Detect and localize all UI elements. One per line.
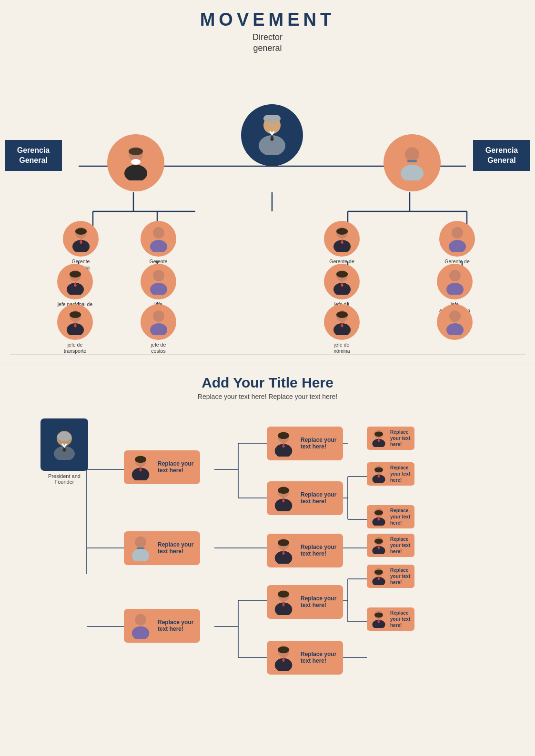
- m3c-card: Replace yourtext here!: [267, 641, 343, 675]
- s1c-card: Replaceyour texthere!: [367, 505, 414, 528]
- svg-point-28: [405, 147, 419, 161]
- l3-avatar: [128, 613, 154, 639]
- s2-label: Replaceyour texthere!: [390, 536, 410, 555]
- svg-point-122: [278, 646, 289, 653]
- subtitle: Director general: [5, 32, 530, 54]
- s3b-avatar: [370, 610, 388, 628]
- s3a-avatar: [370, 567, 388, 585]
- s1a-avatar: [370, 429, 388, 447]
- gerente-rrhh-avatar: [330, 226, 354, 252]
- gerente-logistica-circle: [63, 221, 99, 257]
- jefe-nomina-circle: [324, 304, 360, 340]
- s3a-label: Replaceyour texthere!: [390, 567, 410, 586]
- svg-point-97: [135, 456, 146, 463]
- svg-point-27: [131, 159, 141, 165]
- jefe-contable-avatar: [146, 269, 171, 295]
- jefe-nacional-avatar: [63, 269, 88, 295]
- s3b-card: Replaceyour texthere!: [367, 607, 414, 631]
- bottom-org-wrap: President and Founder Replace yourtext h…: [14, 415, 521, 738]
- m2-avatar: [271, 537, 297, 564]
- jefe-nomina-node: jefe denómina: [324, 304, 360, 355]
- s1a-card: Replaceyour texthere!: [367, 427, 414, 450]
- jefe-personal-circle: [324, 264, 360, 299]
- m2-card: Replace yourtext here!: [267, 534, 343, 567]
- m3c-card-inner: Replace yourtext here!: [267, 641, 343, 675]
- m3a-card: Replace yourtext here!: [267, 585, 343, 619]
- svg-point-36: [150, 240, 167, 252]
- left-side-node: [107, 134, 164, 191]
- m2-label: Replace yourtext here!: [301, 544, 336, 557]
- svg-point-26: [124, 165, 147, 180]
- svg-point-35: [153, 227, 164, 239]
- svg-point-66: [446, 323, 464, 335]
- l3-card: Replace yourtext here!: [124, 609, 200, 643]
- director-circle: [241, 104, 303, 166]
- svg-rect-30: [407, 160, 417, 162]
- right-side-avatar: [395, 145, 429, 180]
- president-node: President and Founder: [38, 418, 91, 485]
- svg-point-56: [70, 311, 81, 318]
- l2-card: Replace yourtext here!: [124, 531, 200, 565]
- m1a-card: Replace yourtext here!: [267, 427, 343, 460]
- gerente-finanzas-circle: [141, 221, 176, 257]
- director-node: [241, 104, 303, 166]
- svg-point-62: [336, 311, 348, 318]
- president-box: [40, 418, 88, 471]
- svg-point-138: [374, 539, 383, 544]
- svg-point-130: [374, 468, 383, 473]
- m3a-label: Replace yourtext here!: [301, 595, 336, 608]
- svg-point-48: [150, 283, 167, 295]
- svg-point-59: [153, 310, 164, 322]
- svg-point-42: [449, 240, 466, 252]
- svg-point-92: [57, 432, 71, 441]
- s3a-card-inner: Replaceyour texthere!: [367, 565, 414, 588]
- s3a-card: Replaceyour texthere!: [367, 565, 414, 588]
- m3a-avatar: [271, 589, 297, 615]
- top-section: MOVEMENT Director general: [0, 0, 535, 354]
- svg-rect-102: [137, 547, 145, 549]
- jefe-contable-circle: [141, 264, 176, 299]
- svg-point-32: [75, 228, 87, 235]
- jefe-transporte-circle: [57, 304, 93, 340]
- jefe-nacional-circle: [57, 264, 93, 299]
- m3c-label: Replace yourtext here!: [301, 651, 336, 664]
- main-title: MOVEMENT: [5, 10, 530, 30]
- jefe-personal-avatar: [330, 269, 354, 295]
- svg-point-25: [129, 148, 143, 155]
- svg-point-101: [132, 548, 150, 561]
- gerencia-left-badge: Gerencia General: [5, 140, 62, 171]
- svg-point-104: [132, 626, 150, 639]
- svg-point-47: [153, 270, 164, 281]
- director-avatar: [253, 115, 291, 155]
- m1b-card-inner: Replace yourtext here!: [267, 481, 343, 515]
- svg-point-118: [278, 590, 289, 597]
- s3b-card-inner: Replaceyour texthere!: [367, 607, 414, 631]
- jefe-transporte-node: jefe detransporte: [57, 304, 93, 355]
- l1-card-inner: Replace yourtext here!: [124, 450, 200, 484]
- svg-point-142: [374, 570, 383, 575]
- l2-avatar: [128, 535, 154, 561]
- m2-card-inner: Replace yourtext here!: [267, 534, 343, 567]
- gerente-rrhh-circle: [324, 221, 360, 257]
- svg-point-44: [70, 271, 81, 278]
- gerencia-right-badge: Gerencia General: [473, 140, 530, 171]
- president-avatar: [50, 429, 79, 460]
- m1a-avatar: [271, 430, 297, 457]
- bottom-section: Add Your Title Here Replace your text he…: [0, 365, 535, 753]
- gerente-ventas-circle: [439, 221, 475, 257]
- bottom-right-avatar: [443, 309, 467, 335]
- s1b-card-inner: Replaceyour texthere!: [367, 462, 414, 486]
- svg-point-53: [449, 270, 461, 281]
- bottom-title: Add Your Title Here: [14, 375, 521, 391]
- s2-avatar: [370, 536, 388, 554]
- gerente-finanzas-avatar: [146, 226, 171, 252]
- svg-point-134: [374, 510, 383, 516]
- jefe-costos-node: jefe decostos: [141, 304, 176, 355]
- svg-point-106: [278, 432, 289, 439]
- svg-point-50: [336, 271, 348, 278]
- s2-card-inner: Replaceyour texthere!: [367, 534, 414, 557]
- m1b-label: Replace yourtext here!: [301, 491, 336, 505]
- l2-card-inner: Replace yourtext here!: [124, 531, 200, 565]
- bottom-right-circle: [437, 304, 473, 340]
- jefe-costos-circle: [141, 304, 176, 340]
